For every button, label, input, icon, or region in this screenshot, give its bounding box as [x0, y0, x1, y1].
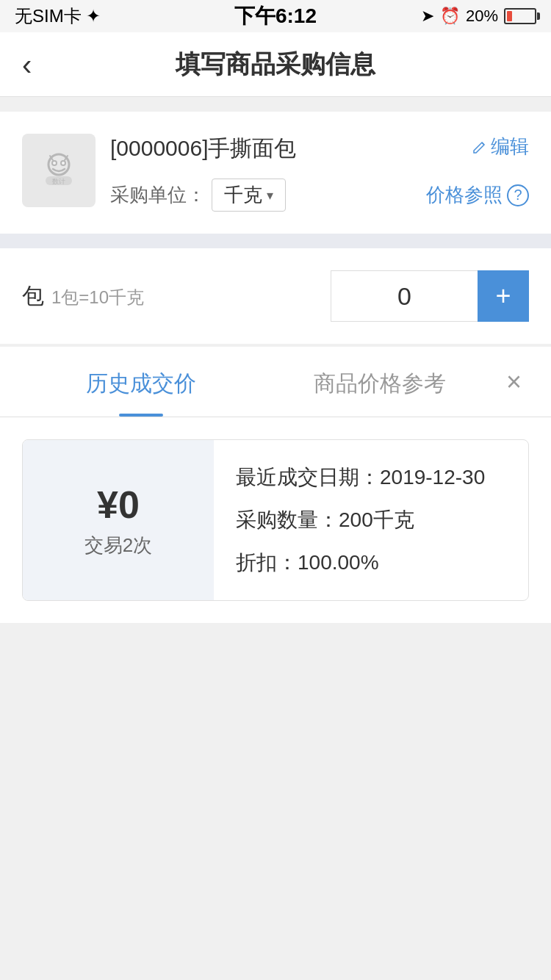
price-value: 0: [118, 483, 140, 526]
battery-icon: [504, 8, 536, 24]
carrier-text: 无SIM卡 ✦: [15, 4, 101, 28]
svg-text:数计: 数计: [52, 178, 65, 185]
page-title: 填写商品采购信息: [176, 48, 375, 82]
back-button[interactable]: ‹: [22, 50, 32, 79]
price-panel: 历史成交价 商品价格参考 × ¥0 交易2次 最近成交日期：2019-12-30…: [0, 347, 551, 623]
price-card-left: ¥0 交易2次: [23, 440, 214, 600]
recent-date-row: 最近成交日期：2019-12-30: [236, 462, 506, 493]
svg-point-4: [62, 162, 65, 165]
quantity-label: 包 1包=10千克: [22, 281, 144, 311]
quantity-unit: 包: [22, 281, 44, 311]
product-header: [0000006]手撕面包 编辑: [110, 134, 529, 164]
purchase-qty-value: 200千克: [339, 508, 414, 531]
price-tabs: 历史成交价 商品价格参考 ×: [0, 347, 551, 417]
discount-value: 100.00%: [298, 551, 379, 574]
product-name: [0000006]手撕面包: [110, 134, 296, 164]
price-amount: ¥0: [97, 483, 140, 527]
recent-date-value: 2019-12-30: [380, 466, 485, 489]
unit-value: 千克: [224, 182, 262, 208]
status-bar: 无SIM卡 ✦ 下午6:12 ➤ ⏰ 20%: [0, 0, 551, 32]
discount-label: 折扣：: [236, 551, 298, 574]
price-symbol: ¥: [97, 483, 118, 526]
purchase-qty-label: 采购数量：: [236, 508, 339, 531]
purchase-qty-row: 采购数量：200千克: [236, 505, 506, 536]
close-panel-button[interactable]: ×: [499, 361, 529, 403]
section-divider: [0, 234, 551, 248]
price-times: 交易2次: [84, 533, 152, 558]
dropdown-arrow-icon: ▾: [267, 187, 273, 203]
product-info: [0000006]手撕面包 编辑 采购单位： 千克 ▾ 价格参照 ?: [110, 134, 529, 212]
price-card: ¥0 交易2次 最近成交日期：2019-12-30 采购数量：200千克 折扣：…: [22, 439, 529, 601]
quantity-hint: 1包=10千克: [51, 286, 144, 309]
edit-label: 编辑: [491, 134, 529, 159]
price-card-area: ¥0 交易2次 最近成交日期：2019-12-30 采购数量：200千克 折扣：…: [0, 417, 551, 623]
tab-product-price-ref[interactable]: 商品价格参考: [260, 347, 498, 417]
price-ref-label: 价格参照: [426, 182, 503, 208]
quantity-row: 包 1包=10千克 +: [0, 248, 551, 344]
status-carrier: 无SIM卡 ✦: [15, 4, 101, 28]
product-thumbnail: 数计: [22, 134, 96, 207]
price-ref-button[interactable]: 价格参照 ?: [426, 182, 529, 208]
page-background: [0, 623, 551, 980]
edit-button[interactable]: 编辑: [472, 134, 529, 159]
nav-bar: ‹ 填写商品采购信息: [0, 32, 551, 97]
svg-point-3: [53, 162, 56, 165]
quantity-input-group: +: [331, 270, 529, 322]
tab-history-price[interactable]: 历史成交价: [22, 347, 260, 417]
status-right: ➤ ⏰ 20%: [421, 7, 536, 26]
product-card: 数计 [0000006]手撕面包 编辑 采购单位： 千克 ▾: [0, 112, 551, 234]
location-icon: ➤: [421, 7, 434, 26]
price-card-right: 最近成交日期：2019-12-30 采购数量：200千克 折扣：100.00%: [214, 440, 528, 600]
quantity-plus-button[interactable]: +: [478, 270, 529, 322]
battery-fill: [507, 11, 512, 21]
purchase-unit-label: 采购单位：: [110, 182, 206, 208]
product-image-icon: 数计: [37, 148, 81, 192]
unit-select[interactable]: 千克 ▾: [212, 179, 286, 212]
quantity-input[interactable]: [331, 270, 478, 322]
edit-icon: [472, 139, 488, 155]
battery-percent: 20%: [466, 7, 498, 26]
discount-row: 折扣：100.00%: [236, 547, 506, 578]
purchase-row: 采购单位： 千克 ▾ 价格参照 ?: [110, 179, 529, 212]
help-icon: ?: [507, 184, 529, 206]
status-time: 下午6:12: [234, 2, 317, 30]
alarm-icon: ⏰: [440, 7, 460, 26]
recent-date-label: 最近成交日期：: [236, 466, 380, 489]
